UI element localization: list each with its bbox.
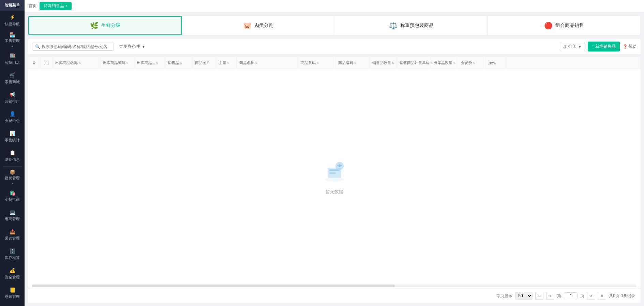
search-icon: 🔍 bbox=[35, 44, 40, 49]
sidebar-item-invoice-mgmt[interactable]: 🧾 发票管理 bbox=[0, 303, 25, 306]
sidebar-item-basic-info[interactable]: 📋 基础信息 bbox=[0, 146, 25, 166]
retail-stats-icon: 📊 bbox=[10, 130, 15, 137]
mini-ecom-icon: 🛍️ bbox=[10, 190, 15, 197]
th-name: 商品名称 ⇅ bbox=[237, 57, 298, 69]
th-barcode: 商品条码 ⇅ bbox=[298, 57, 335, 69]
sort-sale[interactable]: ⇅ bbox=[180, 61, 182, 65]
print-button[interactable]: 🖨 打印 ▼ bbox=[560, 42, 585, 51]
print-icon: 🖨 bbox=[563, 44, 567, 49]
filter-icon: ▽ bbox=[119, 44, 122, 49]
empty-state-illustration bbox=[321, 157, 348, 185]
cat-tab-combo-sales[interactable]: 🔴 组合商品销售 bbox=[488, 16, 640, 35]
sidebar-item-purchase-mgmt[interactable]: 📥 采购管理 bbox=[0, 225, 25, 245]
sort-outsku[interactable]: ⇅ bbox=[156, 61, 159, 65]
prev-page-button[interactable]: < bbox=[546, 292, 554, 300]
search-input[interactable] bbox=[42, 44, 110, 49]
cat-tab-meat-cut-label: 肉类分割 bbox=[254, 22, 273, 29]
search-box[interactable]: 🔍 bbox=[32, 43, 114, 51]
sort-outqty[interactable]: ⇅ bbox=[453, 61, 456, 65]
cat-tab-fresh-grade-label: 生鲜分级 bbox=[101, 22, 120, 29]
per-page-select[interactable]: 50 10 20 100 bbox=[515, 292, 533, 300]
horizontal-scrollbar[interactable] bbox=[32, 285, 636, 287]
next-page-button[interactable]: > bbox=[587, 292, 595, 300]
sidebar: 智慧菜单 ⚡ 快捷导航 🏪 零售管理 🏬 智慧门店 🛒 零售商城 📢 营销推广 … bbox=[0, 0, 25, 306]
sidebar-item-marketing[interactable]: 📢 营销推广 bbox=[0, 88, 25, 107]
svg-rect-3 bbox=[329, 172, 336, 174]
sidebar-item-quick-nav[interactable]: ⚡ 快捷导航 bbox=[0, 11, 25, 30]
page-label: 第 bbox=[557, 293, 561, 299]
sidebar-item-retail-mall[interactable]: 🛒 零售商城 bbox=[0, 68, 25, 88]
add-sales-item-button[interactable]: + 新增销售品 bbox=[588, 42, 620, 51]
topbar-active-tab[interactable]: 特殊销售品 × bbox=[40, 2, 72, 10]
meat-cut-icon: 🐷 bbox=[243, 21, 252, 30]
th-outqty: 出库品数量 ⇅ bbox=[431, 57, 458, 69]
retail-mall-icon: 🛒 bbox=[10, 72, 15, 79]
cat-tab-combo-sales-label: 组合商品销售 bbox=[555, 22, 584, 29]
th-outsku: 出库商品... ⇅ bbox=[134, 57, 165, 69]
smart-store-icon: 🏬 bbox=[10, 52, 15, 59]
filter-dropdown-icon: ▼ bbox=[141, 44, 146, 49]
cat-tab-weigh-pack-label: 称重预包装商品 bbox=[400, 22, 434, 29]
sidebar-item-smart-store[interactable]: 🏬 智慧门店 bbox=[0, 49, 25, 68]
print-label: 打印 bbox=[568, 44, 576, 49]
wholesale-mgmt-icon: 📦 bbox=[10, 169, 15, 175]
category-tabs: 🌿 生鲜分级 🐷 肉类分割 ⚖️ 称重预包装商品 🔴 组合商品销售 bbox=[28, 16, 641, 35]
th-saleqty: 销售品数量 ⇅ bbox=[370, 57, 397, 69]
sort-price[interactable]: ⇅ bbox=[473, 61, 476, 65]
table-header: ⚙ 出库商品名称 ⇅ 出库商品编码 ⇅ 出库商品... ⇅ 销售品 bbox=[28, 57, 641, 69]
filter-button[interactable]: ▽ 更多条件 ▼ bbox=[117, 42, 148, 51]
sidebar-item-mini-ecom[interactable]: 🛍️ 小畅电商 bbox=[0, 186, 25, 206]
scrollbar-thumb bbox=[32, 285, 395, 287]
th-goodscode: 商品编码 ⇅ bbox=[335, 57, 370, 69]
sort-main[interactable]: ⇅ bbox=[227, 61, 230, 65]
sort-saleqty[interactable]: ⇅ bbox=[392, 61, 394, 65]
th-main: 主量 ⇅ bbox=[216, 57, 237, 69]
cat-tab-fresh-grade[interactable]: 🌿 生鲜分级 bbox=[28, 16, 182, 35]
topbar-tab-close[interactable]: × bbox=[65, 4, 68, 8]
last-page-button[interactable]: » bbox=[598, 292, 606, 300]
cat-tab-meat-cut[interactable]: 🐷 肉类分割 bbox=[182, 16, 335, 35]
svg-point-0 bbox=[325, 178, 344, 182]
empty-state: 暂无数据 bbox=[28, 69, 641, 283]
th-saleunit: 销售商品计量单位 ⇅ bbox=[397, 57, 431, 69]
page-label-2: 页 bbox=[580, 293, 584, 299]
svg-point-5 bbox=[339, 165, 341, 167]
sidebar-item-wholesale-mgmt[interactable]: 📦 批发管理 bbox=[0, 167, 25, 186]
sidebar-item-general-ledger[interactable]: 📒 总账管理 bbox=[0, 284, 25, 303]
th-check[interactable] bbox=[40, 57, 53, 69]
sort-goodscode[interactable]: ⇅ bbox=[354, 61, 357, 65]
finance-icon: 💰 bbox=[10, 267, 15, 274]
help-button[interactable]: ❓ 帮助 bbox=[623, 44, 636, 49]
toolbar: 🔍 ▽ 更多条件 ▼ 🖨 打印 ▼ + 新增销售品 ❓ 帮助 bbox=[28, 39, 641, 54]
th-outname: 出库商品名称 ⇅ bbox=[53, 57, 100, 69]
sidebar-divider-1 bbox=[3, 166, 22, 167]
th-op: 操作 bbox=[485, 57, 506, 69]
topbar-home[interactable]: 首页 bbox=[29, 3, 37, 9]
ecom-mgmt-icon: 💻 bbox=[10, 209, 15, 216]
th-setting[interactable]: ⚙ bbox=[28, 57, 40, 69]
sidebar-item-member-center[interactable]: 👤 会员中心 bbox=[0, 107, 25, 127]
sort-name[interactable]: ⇅ bbox=[255, 61, 258, 65]
sidebar-item-inventory[interactable]: 🗄️ 库存核算 bbox=[0, 245, 25, 264]
cat-tab-weigh-pack[interactable]: ⚖️ 称重预包装商品 bbox=[335, 16, 488, 35]
help-icon: ❓ bbox=[623, 44, 628, 49]
th-sale: 销售品 ⇅ bbox=[165, 57, 192, 69]
quick-nav-icon: ⚡ bbox=[10, 14, 15, 21]
sidebar-item-retail-mgmt[interactable]: 🏪 零售管理 bbox=[0, 30, 25, 49]
sidebar-item-finance[interactable]: 💰 资金管理 bbox=[0, 264, 25, 284]
sort-outname[interactable]: ⇅ bbox=[78, 61, 81, 65]
sort-barcode[interactable]: ⇅ bbox=[316, 61, 319, 65]
sidebar-item-retail-stats[interactable]: 📊 零售统计 bbox=[0, 127, 25, 146]
select-all-checkbox[interactable] bbox=[44, 61, 48, 65]
sort-outcode[interactable]: ⇅ bbox=[126, 61, 129, 65]
marketing-icon: 📢 bbox=[10, 91, 15, 98]
sidebar-item-ecom-mgmt[interactable]: 💻 电商管理 bbox=[0, 206, 25, 225]
general-ledger-icon: 📒 bbox=[10, 287, 15, 294]
page-number-input[interactable] bbox=[564, 292, 578, 299]
inventory-icon: 🗄️ bbox=[10, 248, 15, 255]
first-page-button[interactable]: « bbox=[535, 292, 543, 300]
topbar: 首页 特殊销售品 × bbox=[25, 0, 644, 12]
empty-text: 暂无数据 bbox=[326, 189, 343, 195]
main-content: 首页 特殊销售品 × 🌿 生鲜分级 🐷 肉类分割 ⚖️ 称重预包装商品 🔴 组合… bbox=[25, 0, 644, 306]
retail-mgmt-icon: 🏪 bbox=[10, 32, 15, 37]
